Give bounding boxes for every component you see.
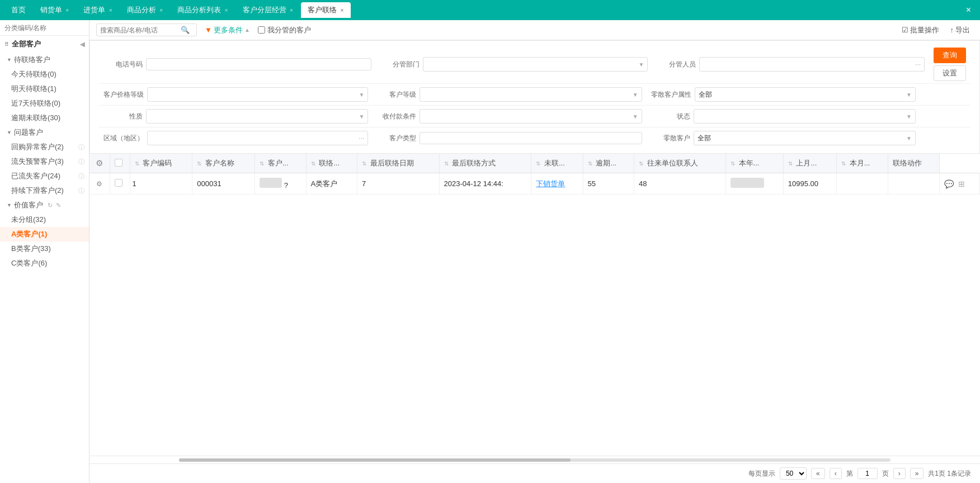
all-customers-label: 全部客户 — [12, 39, 41, 49]
row-gear-icon[interactable]: ⚙ — [94, 180, 105, 188]
customer-level-select[interactable]: ▼ — [420, 87, 642, 102]
col-contact-person: ⇅ 往来单位联系人 — [634, 154, 726, 173]
retail-customer-arrow-icon: ▼ — [906, 135, 912, 141]
row-contact-person-cell — [725, 173, 783, 195]
close-customer-contact-icon[interactable]: × — [340, 7, 343, 13]
col-gear: ⚙ — [89, 154, 110, 173]
sidebar-item-a-customers[interactable]: A类客户(1) — [0, 227, 89, 242]
page-size-select[interactable]: 50 — [780, 467, 807, 480]
close-analysis-icon[interactable]: × — [159, 7, 163, 13]
retail-customer-label: 零散客户 — [651, 134, 690, 143]
row-checkbox[interactable] — [115, 179, 123, 187]
close-all-button[interactable]: × — [962, 5, 976, 15]
status-select[interactable]: ▼ — [694, 109, 916, 124]
phone-label: 电话号码 — [103, 60, 143, 69]
prev-page-button[interactable]: ‹ — [830, 468, 842, 479]
filter-more-button[interactable]: ▼ 更多条件 ▲ — [201, 24, 253, 36]
manager-input[interactable]: ··· — [699, 57, 925, 72]
select-all-checkbox[interactable] — [115, 159, 123, 167]
sidebar-item-churn-warning[interactable]: 流失预警客户(3) ⓘ — [0, 154, 89, 169]
row-last-method[interactable]: 下销货单 — [536, 179, 565, 188]
sidebar-group-problem[interactable]: ▼ 问题客户 — [0, 125, 89, 140]
close-customer-tier-icon[interactable]: × — [290, 7, 293, 13]
settings-gear-icon[interactable]: ⚙ — [94, 158, 105, 168]
row-contact: 7 — [362, 179, 366, 188]
triangle-icon-3: ▼ — [7, 202, 12, 208]
phone-input[interactable] — [146, 58, 371, 70]
triangle-icon-2: ▼ — [7, 130, 12, 135]
row-chat-icon[interactable]: 💬 — [944, 179, 954, 188]
churned-label: 已流失客户(24) — [11, 171, 60, 181]
nav-tab-analysis[interactable]: 商品分析 × — [120, 2, 169, 18]
edit-icon[interactable]: ✎ — [56, 202, 61, 209]
toolbar-right: ☑ 批量操作 ↑ 导出 — [898, 24, 974, 36]
row-checkbox-cell — [110, 173, 130, 195]
c-customers-label: C类客户(6) — [11, 258, 47, 268]
export-button[interactable]: ↑ 导出 — [947, 24, 974, 36]
table-row: ⚙ 1 000031 ? — [89, 173, 980, 195]
scroll-track[interactable] — [179, 458, 891, 462]
retail-customer-select[interactable]: 全部 ▼ — [694, 131, 916, 145]
filter-actions: 查询 设置 — [929, 45, 970, 83]
nav-tab-analysis-list[interactable]: 商品分析列表 × — [171, 2, 234, 18]
close-purchase-icon[interactable]: × — [109, 7, 112, 13]
my-customers-checkbox[interactable] — [258, 26, 265, 34]
sidebar-all-customers[interactable]: ⠿ 全部客户 ◀ — [0, 36, 89, 53]
last-page-button[interactable]: » — [910, 468, 924, 479]
scroll-thumb[interactable] — [179, 458, 571, 462]
sidebar-item-repurchase-anomaly[interactable]: 回购异常客户(2) ⓘ — [0, 140, 89, 154]
sidebar-item-overdue[interactable]: 逾期未联络(30) — [0, 111, 89, 125]
first-page-button[interactable]: « — [811, 468, 825, 479]
my-customers-checkbox-label[interactable]: 我分管的客户 — [258, 25, 311, 35]
nav-customer-tier-label: 客户分层经营 — [243, 5, 286, 15]
sidebar-search-input[interactable] — [4, 24, 88, 32]
sidebar-item-7days[interactable]: 近7天待联络(0) — [0, 96, 89, 111]
declining-label: 持续下滑客户(2) — [11, 186, 64, 196]
churn-warning-label: 流失预警客户(3) — [11, 157, 64, 167]
retail-attr-select[interactable]: 全部 ▼ — [695, 87, 916, 102]
nav-tab-sales[interactable]: 销货单 × — [34, 2, 76, 18]
settings-button[interactable]: 设置 — [934, 65, 966, 81]
close-sales-icon[interactable]: × — [65, 7, 69, 13]
sidebar-item-declining[interactable]: 持续下滑客户(2) ⓘ — [0, 183, 89, 198]
payment-select[interactable]: ▼ — [420, 109, 642, 124]
filter-row-2: 客户价格等级 ▼ 客户等级 ▼ 零散客户属性 全部 — [99, 84, 970, 106]
sidebar-item-today[interactable]: 今天待联络(0) — [0, 67, 89, 82]
row-name-cell: ? — [255, 173, 307, 195]
refresh-icon[interactable]: ↻ — [48, 202, 53, 209]
toolbar-search-input[interactable] — [100, 26, 178, 34]
nav-tab-customer-contact[interactable]: 客户联络 × — [301, 2, 350, 18]
batch-ops-button[interactable]: ☑ 批量操作 — [898, 24, 943, 36]
sidebar-item-churned[interactable]: 已流失客户(24) ⓘ — [0, 169, 89, 183]
close-analysis-list-icon[interactable]: × — [224, 7, 228, 13]
nav-tab-purchase[interactable]: 进货单 × — [77, 2, 119, 18]
customer-type-input[interactable] — [420, 132, 642, 144]
page-number-input[interactable] — [858, 468, 878, 479]
col-checkbox — [110, 154, 130, 173]
price-level-select[interactable]: ▼ — [147, 87, 368, 102]
filter-cell-status: 状态 ▼ — [647, 106, 920, 127]
row-index: 1 — [133, 179, 136, 188]
sort-icon-year: ⇅ — [731, 160, 735, 167]
nature-select[interactable]: ▼ — [146, 109, 368, 124]
filter-panel: 电话号码 分管部门 ▼ 分管人员 ··· — [89, 40, 980, 154]
sidebar-item-b-customers[interactable]: B类客户(33) — [0, 242, 89, 256]
sidebar-group-pending[interactable]: ▼ 待联络客户 — [0, 53, 89, 67]
sidebar-item-c-customers[interactable]: C类客户(6) — [0, 256, 89, 271]
col-type-label: 客户... — [268, 159, 289, 167]
dept-select[interactable]: ▼ — [423, 57, 648, 72]
query-button[interactable]: 查询 — [934, 48, 966, 63]
region-select[interactable]: ··· — [147, 131, 368, 145]
sidebar-item-ungrouped[interactable]: 未分组(32) — [0, 212, 89, 227]
nav-tab-home[interactable]: 首页 — [4, 2, 32, 18]
sidebar-group-value[interactable]: ▼ 价值客户 ↻ ✎ — [0, 198, 89, 212]
customer-type-label: 客户类型 — [377, 134, 416, 143]
filter-cell-payment: 收付款条件 ▼ — [373, 106, 646, 127]
horizontal-scrollbar[interactable] — [89, 456, 980, 463]
col-last-date-label: 最后联络日期 — [370, 159, 414, 167]
next-page-button[interactable]: › — [893, 468, 906, 479]
tomorrow-label: 明天待联络(1) — [11, 84, 56, 94]
sidebar-item-tomorrow[interactable]: 明天待联络(1) — [0, 82, 89, 96]
nav-tab-customer-tier[interactable]: 客户分层经营 × — [236, 2, 300, 18]
row-qr-icon[interactable]: ⊞ — [958, 179, 965, 188]
